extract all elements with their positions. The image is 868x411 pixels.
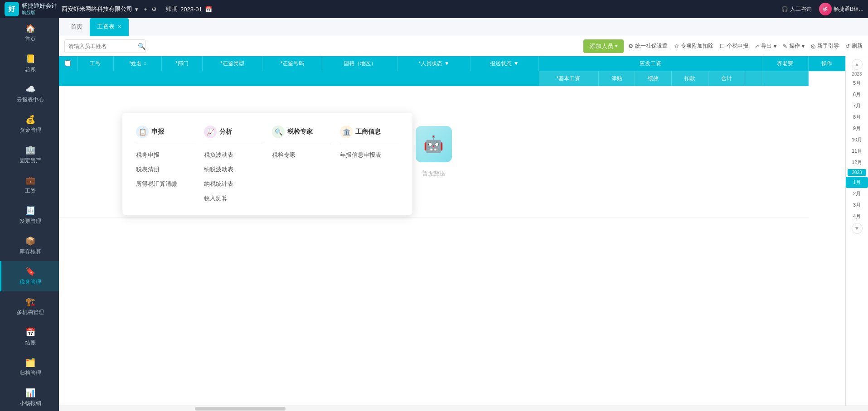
export-btn[interactable]: ↗ 导出 ▾ [755,42,776,50]
guide-action-label: 新手引导 [817,42,839,50]
invoice-icon: 🧾 [25,206,35,216]
timeline-month-12[interactable]: 12月 [846,157,868,168]
company-selector[interactable]: 西安虾米网络科技有限公司 ▾ ＋ ⚙ [62,5,157,13]
search-icon[interactable]: 🔍 [138,43,145,50]
menu-item-tax-table[interactable]: 税表清册 [136,162,195,177]
menu-item-tax-stats[interactable]: 纳税统计表 [204,177,263,191]
add-person-button[interactable]: 添加人员 ▾ [583,39,624,53]
menu-item-expert[interactable]: 税检专家 [272,148,331,162]
timeline-month-8[interactable]: 8月 [846,111,868,123]
toolbar: 🔍 添加人员 ▾ ⚙ 统一社保设置 ☆ 专项附加扣除 ☐ 个税申报 [59,36,868,56]
special-deduction-btn[interactable]: ☆ 专项附加扣除 [674,42,713,50]
settings-icon[interactable]: ⚙ [151,6,157,13]
user-profile[interactable]: 畅 畅捷通B组... [819,3,863,15]
th-pension: 养老费 [762,56,808,71]
sidebar-item-assets[interactable]: 🏢 固定资产 [0,140,59,170]
sidebar: 🏠 首页 📒 总账 ☁️ 云报表中心 💰 资金管理 🏢 固定资产 💼 工资 🧾 … [0,18,59,411]
horizontal-scrollbar[interactable] [59,406,868,411]
timeline-month-6[interactable]: 6月 [846,89,868,100]
guide-action-icon: ◎ [811,43,815,49]
sidebar-label-multi: 多机构管理 [17,309,44,316]
th-salary-group: 应发工资 [539,56,762,71]
sidebar-item-fund[interactable]: 💰 资金管理 [0,109,59,140]
period-calendar-icon[interactable]: 📅 [205,6,212,13]
tax-icon: 🔖 [25,266,35,276]
timeline-month-3[interactable]: 3月 [846,199,868,211]
commerce-section-icon: 🏛️ [340,126,353,138]
th-id-type: *证鉴类型 [202,56,262,71]
guide-action-btn[interactable]: ◎ 新手引导 [811,42,839,50]
refresh-btn[interactable]: ↺ 刷新 [845,42,863,50]
menu-item-tax-declare[interactable]: 税务申报 [136,148,195,162]
timeline-month-10[interactable]: 10月 [846,134,868,145]
timeline-month-7[interactable]: 7月 [846,100,868,111]
sidebar-item-multi[interactable]: 🏗️ 多机构管理 [0,291,59,322]
tab-salary-table[interactable]: 工资表 ✕ [90,18,129,36]
search-input[interactable] [64,39,146,53]
operation-btn[interactable]: ✎ 操作 ▾ [783,42,805,50]
empty-text: 暂无数据 [422,169,446,178]
add-company-icon[interactable]: ＋ [143,5,149,13]
sidebar-item-close-period[interactable]: 📅 结账 [0,322,59,352]
scrollbar-thumb[interactable] [195,407,286,411]
logo: 好 畅捷通好会计 旗舰版 [5,2,57,16]
timeline-up-btn[interactable]: ▲ [852,59,863,70]
menu-header-declare: 📋 申报 [136,122,195,144]
add-person-label: 添加人员 [590,42,613,50]
analysis-section-title: 分析 [219,128,232,136]
th-id-no: *证鉴号码 [262,56,322,71]
operation-label: 操作 [789,42,800,50]
table-container: 工号 *姓名 ↕ *部门 *证鉴类型 *证鉴号码 国籍（地区） *人员状态 ▼ … [59,56,845,406]
individual-tax-btn[interactable]: ☐ 个税申报 [720,42,748,50]
timeline-year-display: 2023 [852,71,862,77]
table-right-wrapper: 工号 *姓名 ↕ *部门 *证鉴类型 *证鉴号码 国籍（地区） *人员状态 ▼ … [59,56,868,406]
sidebar-item-ledger[interactable]: 📒 总账 [0,48,59,79]
social-security-icon: ⚙ [628,43,633,49]
timeline-month-4[interactable]: 4月 [846,211,868,222]
sidebar-item-salary[interactable]: 💼 工资 [0,170,59,200]
toolbar-actions: ⚙ 统一社保设置 ☆ 专项附加扣除 ☐ 个税申报 ↗ 导出 ▾ ✎ [628,42,863,50]
sidebar-label-home: 首页 [25,35,36,43]
sidebar-label-invoice: 发票管理 [19,218,41,225]
timeline-month-9[interactable]: 9月 [846,123,868,134]
th-total: 合计 [708,71,745,86]
th-no: 工号 [77,56,114,71]
sidebar-item-tax[interactable]: 🔖 税务管理 [0,261,59,291]
timeline-month-2[interactable]: 2月 [846,188,868,199]
customer-service-btn[interactable]: 🎧 人工咨询 [781,5,812,13]
th-pension-sub [745,71,762,86]
menu-section-tax-expert: 🔍 税检专家 税检专家 [267,122,335,206]
social-security-btn[interactable]: ⚙ 统一社保设置 [628,42,668,50]
logo-subtitle: 旗舰版 [22,10,57,16]
menu-item-tax-burden[interactable]: 税负波动表 [204,148,263,162]
tab-close-icon[interactable]: ✕ [117,24,121,29]
company-dropdown-icon[interactable]: ▾ [135,6,138,13]
multi-icon: 🏗️ [25,297,35,307]
timeline-down-btn[interactable]: ▼ [852,223,863,234]
sidebar-item-report[interactable]: 📊 小畅报销 [0,382,59,411]
sidebar-label-ledger: 总账 [25,66,36,73]
menu-item-annual-report[interactable]: 年报信息申报表 [340,148,399,162]
timeline-month-1[interactable]: 1月 [846,177,868,188]
menu-item-tax-payment[interactable]: 纳税波动表 [204,162,263,177]
headset-icon: 🎧 [781,6,788,12]
sidebar-item-archive[interactable]: 🗂️ 归档管理 [0,352,59,382]
operation-dropdown-icon: ▾ [802,43,805,49]
timeline-month-11[interactable]: 11月 [846,145,868,157]
timeline-month-5[interactable]: 5月 [846,77,868,89]
sidebar-item-inventory[interactable]: 📦 库存核算 [0,231,59,261]
tax-expert-section-icon: 🔍 [272,126,285,138]
sidebar-item-cloud[interactable]: ☁️ 云报表中心 [0,79,59,109]
menu-item-income-tax[interactable]: 所得税汇算清缴 [136,177,195,191]
empty-icon: 🤖 [416,126,452,162]
th-person-status: *人员状态 ▼ [398,56,470,71]
select-all-checkbox[interactable] [65,60,71,66]
sidebar-item-invoice[interactable]: 🧾 发票管理 [0,200,59,231]
th-subsidy: 津贴 [598,71,635,86]
sidebar-item-home[interactable]: 🏠 首页 [0,18,59,48]
menu-item-income-forecast[interactable]: 收入测算 [204,191,263,206]
sidebar-label-report: 小畅报销 [19,400,41,407]
tab-home[interactable]: 首页 [63,18,90,36]
th-checkbox[interactable] [59,56,77,71]
th-region: 国籍（地区） [322,56,398,71]
